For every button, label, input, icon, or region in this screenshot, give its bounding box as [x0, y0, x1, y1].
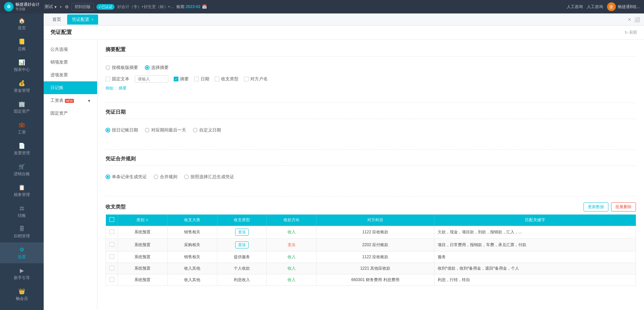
user-area[interactable]: 捷 畅捷通B组...: [607, 2, 640, 11]
td-major: 销售相关: [167, 251, 217, 263]
sidebar-item-purchase[interactable]: 🛒 进销台账: [0, 159, 44, 180]
th-checkbox[interactable]: [106, 215, 118, 226]
checkbox-date[interactable]: 日期: [194, 76, 209, 82]
sidebar-item-home[interactable]: 🏠 首页: [0, 13, 44, 34]
summary-config-section: 摘要配置 按模板版摘要 选择摘要: [105, 46, 636, 94]
table-body: 系统预置销售相关置顶收入1122 应收账款欠款，现金，项目款，到款，报销款，汇入…: [106, 226, 636, 286]
sidebar-label-tax: 税务管理: [14, 192, 30, 198]
td-major: 收入其他: [167, 274, 217, 286]
window-controls: ✕ ⬜: [628, 17, 640, 22]
sidebar-item-close[interactable]: ⚖ 结账: [0, 201, 44, 222]
tab-voucher-config[interactable]: 凭证配置 ×: [67, 14, 98, 25]
row-checkbox[interactable]: [110, 242, 114, 247]
radio-template-summary[interactable]: 按模板版摘要: [105, 65, 138, 71]
row-checkbox-cell[interactable]: [106, 263, 118, 274]
summary-radio-group: 按模板版摘要 选择摘要: [105, 65, 636, 71]
page-header: 凭证配置 ↻ 刷新: [44, 26, 644, 40]
sidebar-item-funds[interactable]: 💰 资金管理: [0, 76, 44, 97]
row-checkbox-cell[interactable]: [106, 239, 118, 251]
batch-delete-btn[interactable]: 批量删除: [611, 202, 636, 211]
app-logo: 会 畅捷通好会计 专业版: [4, 2, 41, 11]
td-category: 系统预置: [118, 226, 168, 239]
sidebar-item-settings[interactable]: ⚙ 设置: [0, 242, 44, 263]
left-nav-payroll[interactable]: 工资表 NEW ▾: [44, 94, 97, 107]
window-close-icon[interactable]: ✕: [628, 17, 632, 22]
tab-home-label: 首页: [52, 16, 61, 23]
row-checkbox-cell[interactable]: [106, 226, 118, 239]
radio-journal-date[interactable]: 按日记账日期: [105, 127, 138, 133]
sidebar-item-tax[interactable]: 📋 税务管理: [0, 180, 44, 201]
radio-circle-single: [105, 175, 110, 179]
header-checkbox[interactable]: [110, 217, 114, 222]
th-keywords: 匹配关键字: [434, 215, 636, 226]
sidebar-item-ledger[interactable]: 📒 总账: [0, 34, 44, 55]
checkbox-abstract[interactable]: ✓ 摘要: [174, 76, 189, 82]
example-text: 例如： 摘要: [105, 85, 636, 91]
radio-single[interactable]: 单条记录生成凭证: [105, 174, 147, 180]
td-keywords: 服务: [434, 251, 636, 263]
cb-box-abstract: ✓: [174, 77, 178, 81]
type-tag[interactable]: 置顶: [235, 229, 249, 236]
sidebar-item-assets[interactable]: 🏢 固定资产: [0, 97, 44, 118]
sidebar-label-archive: 归档管理: [14, 233, 30, 239]
row-checkbox[interactable]: [110, 254, 114, 259]
calendar-icon[interactable]: 📅: [202, 4, 207, 9]
row-checkbox-cell[interactable]: [106, 274, 118, 286]
switch-old-btn[interactable]: 切到旧版: [72, 3, 94, 11]
window-maximize-icon[interactable]: ⬜: [634, 17, 640, 22]
td-subject: 1122 应收账款: [316, 251, 434, 263]
voucher-date-title: 凭证日期: [105, 109, 636, 119]
new-badge: NEW: [65, 99, 74, 103]
divider-1: [105, 103, 636, 103]
left-nav-fixed-assets[interactable]: 固定资产: [44, 107, 97, 120]
sidebar-item-reports[interactable]: 📊 报表中心: [0, 55, 44, 76]
row-checkbox-cell[interactable]: [106, 251, 118, 263]
sidebar-item-salary[interactable]: 💼 工资: [0, 118, 44, 139]
cb-box-date: [194, 77, 199, 81]
consult-link[interactable]: 人工咨询: [567, 4, 583, 10]
tab-close-icon[interactable]: ×: [91, 17, 93, 22]
merge-rules-title: 凭证合并规则: [105, 156, 636, 166]
tab-home[interactable]: 首页: [48, 14, 66, 25]
chevron-down-icon: ▾: [88, 98, 90, 103]
td-category: 系统预置: [118, 239, 168, 251]
radio-period-last[interactable]: 对应期间最后一天: [145, 127, 186, 133]
td-subject: 2202 应付账款: [316, 239, 434, 251]
th-direction: 收款方向: [267, 215, 316, 226]
left-nav-purchase-inv[interactable]: 进项发票: [44, 69, 97, 81]
td-subject: 1221 其他应收款: [316, 263, 434, 274]
left-nav: 公共选项 销项发票 进项发票 日记账 工资表 NEW ▾ 固定资产: [44, 40, 97, 310]
radio-select-summary[interactable]: 选择摘要: [145, 65, 169, 71]
row-checkbox[interactable]: [110, 229, 114, 234]
sidebar-item-invoices[interactable]: 📄 发票管理: [0, 139, 44, 159]
refresh-btn[interactable]: ↻ 刷新: [625, 30, 637, 35]
left-nav-public[interactable]: 公共选项: [44, 43, 97, 56]
left-nav-sales-inv[interactable]: 销项发票: [44, 56, 97, 69]
checkbox-fixed-text[interactable]: 固定文本: [105, 76, 129, 82]
funds-icon: 💰: [18, 80, 25, 86]
td-type: 利息收入: [217, 274, 267, 286]
home-icon: 🏠: [18, 17, 25, 24]
add-icon[interactable]: +: [59, 4, 62, 9]
sidebar-label-settings: 设置: [18, 254, 26, 260]
update-data-btn[interactable]: 更新数据: [584, 202, 608, 211]
sidebar-label-purchase: 进销台账: [14, 171, 30, 177]
sidebar-item-member[interactable]: 👑 畅会员: [0, 284, 44, 305]
radio-by-select[interactable]: 按照选择汇总生成凭证: [184, 174, 234, 180]
row-checkbox[interactable]: [110, 277, 114, 282]
type-tag[interactable]: 置顶: [235, 241, 249, 248]
settings-icon[interactable]: ⚙: [65, 4, 69, 9]
left-nav-journal[interactable]: 日记账: [44, 81, 97, 94]
checkbox-counterparty[interactable]: 对方户名: [244, 76, 268, 82]
sidebar-item-guide[interactable]: ▶ 新手引导: [0, 263, 44, 284]
consult-label[interactable]: 人工咨询: [587, 4, 603, 10]
sidebar-item-archive[interactable]: 🗄 归档管理: [0, 222, 44, 242]
branch-selector[interactable]: 测试 ▾: [44, 4, 57, 10]
sidebar-label-member: 畅会员: [16, 296, 28, 302]
td-direction: 收入: [267, 251, 316, 263]
checkbox-type[interactable]: 收支类型: [215, 76, 239, 82]
radio-merge[interactable]: 合并规则: [154, 174, 177, 180]
radio-custom-date[interactable]: 自定义日期: [193, 127, 221, 133]
fixed-text-input[interactable]: [135, 75, 168, 83]
row-checkbox[interactable]: [110, 266, 114, 270]
